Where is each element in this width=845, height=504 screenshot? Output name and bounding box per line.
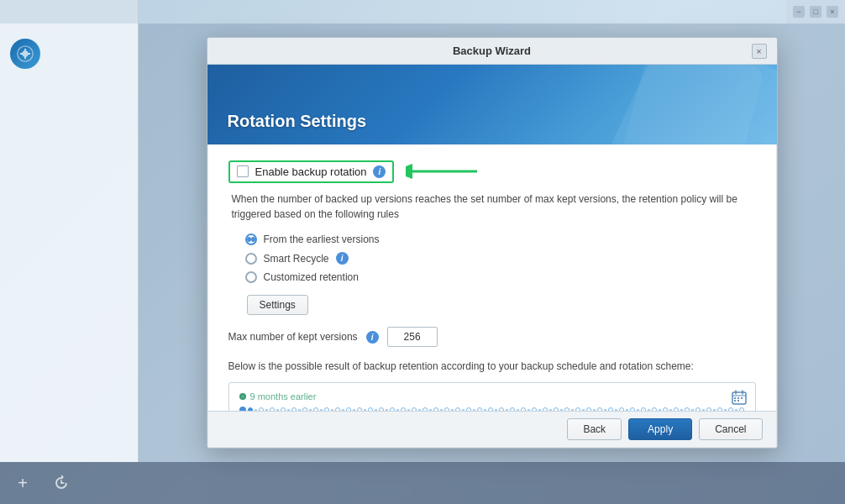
maximize-btn[interactable]: □ bbox=[810, 6, 821, 18]
max-versions-label: Max number of kept versions bbox=[228, 331, 358, 343]
left-panel-header bbox=[0, 0, 138, 24]
ts45 bbox=[728, 407, 733, 411]
ts15 bbox=[401, 407, 406, 411]
tl7 bbox=[320, 409, 323, 411]
ts36 bbox=[630, 407, 635, 411]
checkbox-highlighted-container: Enable backup rotation i bbox=[228, 160, 395, 183]
radio-earliest[interactable] bbox=[245, 234, 257, 245]
tl12 bbox=[375, 409, 377, 411]
enable-rotation-info-icon[interactable]: i bbox=[373, 165, 386, 178]
enable-rotation-label: Enable backup rotation bbox=[255, 165, 367, 178]
radio-row-earliest: From the earliest versions bbox=[245, 234, 756, 245]
enable-rotation-checkbox[interactable] bbox=[237, 165, 249, 177]
tl14 bbox=[396, 409, 399, 411]
tl42 bbox=[702, 409, 705, 411]
ts21 bbox=[466, 407, 471, 411]
ts32 bbox=[586, 407, 591, 411]
smart-recycle-info-icon[interactable]: i bbox=[336, 252, 349, 265]
tl10 bbox=[353, 409, 355, 411]
ts23 bbox=[488, 407, 493, 411]
ts24 bbox=[499, 407, 504, 411]
ts20 bbox=[455, 407, 460, 411]
tl28 bbox=[549, 409, 552, 411]
radio-smart[interactable] bbox=[245, 253, 257, 265]
top-window-controls: − □ × bbox=[786, 0, 845, 24]
ts18 bbox=[433, 407, 438, 411]
rotation-description: When the number of backed up versions re… bbox=[232, 192, 756, 222]
tl34 bbox=[615, 409, 617, 411]
tl43 bbox=[713, 409, 716, 411]
ts16 bbox=[412, 407, 417, 411]
dialog-overlay: Backup Wizard × Rotation Settings Enable… bbox=[139, 24, 845, 462]
ts3 bbox=[270, 407, 275, 411]
ts7 bbox=[313, 407, 318, 411]
dialog-banner: Rotation Settings bbox=[207, 65, 777, 144]
taskbar-add-button[interactable]: + bbox=[10, 470, 35, 496]
minimize-btn[interactable]: − bbox=[793, 6, 805, 18]
taskbar-history-button[interactable] bbox=[49, 470, 74, 496]
timeline-track-start bbox=[239, 407, 246, 411]
timeline-track bbox=[239, 407, 745, 411]
tl32 bbox=[593, 409, 596, 411]
tl41 bbox=[691, 409, 694, 411]
retention-radio-group: From the earliest versions Smart Recycle… bbox=[245, 234, 756, 283]
max-versions-info-icon[interactable]: i bbox=[366, 331, 379, 344]
ts9 bbox=[335, 407, 340, 411]
tl45 bbox=[735, 409, 737, 411]
ts19 bbox=[444, 407, 449, 411]
tl3 bbox=[276, 409, 279, 411]
ts25 bbox=[510, 407, 515, 411]
ts8 bbox=[324, 407, 329, 411]
cancel-button[interactable]: Cancel bbox=[699, 418, 762, 440]
back-button[interactable]: Back bbox=[567, 418, 622, 440]
ts38 bbox=[652, 407, 657, 411]
ts43 bbox=[706, 407, 711, 411]
tl30 bbox=[571, 409, 574, 411]
dialog-titlebar: Backup Wizard × bbox=[207, 38, 777, 65]
apply-button[interactable]: Apply bbox=[628, 418, 692, 440]
svg-rect-7 bbox=[734, 397, 736, 399]
timeline-start-marker bbox=[239, 393, 246, 400]
radio-smart-label: Smart Recycle bbox=[264, 253, 329, 265]
tl36 bbox=[637, 409, 639, 411]
tl37 bbox=[648, 409, 650, 411]
ts22 bbox=[477, 407, 482, 411]
enable-rotation-row: Enable backup rotation i bbox=[228, 160, 756, 183]
ts13 bbox=[379, 407, 384, 411]
backup-wizard-dialog: Backup Wizard × Rotation Settings Enable… bbox=[207, 37, 778, 449]
ts11 bbox=[357, 407, 362, 411]
radio-row-customized: Customized retention bbox=[245, 271, 756, 283]
ts28 bbox=[543, 407, 548, 411]
taskbar: + bbox=[0, 462, 845, 504]
calendar-icon[interactable] bbox=[732, 390, 748, 407]
tl19 bbox=[451, 409, 454, 411]
tl25 bbox=[517, 409, 519, 411]
ts17 bbox=[422, 407, 428, 411]
tl1 bbox=[255, 409, 257, 411]
svg-rect-11 bbox=[737, 400, 739, 402]
svg-rect-10 bbox=[734, 400, 736, 402]
ts2 bbox=[259, 407, 264, 411]
timeline-area: 9 months earlier bbox=[228, 382, 756, 411]
dialog-title: Backup Wizard bbox=[233, 45, 752, 57]
max-versions-row: Max number of kept versions i bbox=[228, 327, 756, 347]
tl16 bbox=[418, 409, 421, 411]
max-versions-input[interactable] bbox=[387, 327, 438, 347]
svg-rect-9 bbox=[741, 397, 743, 399]
settings-button[interactable]: Settings bbox=[247, 295, 308, 315]
tl4 bbox=[287, 409, 290, 411]
tl21 bbox=[473, 409, 475, 411]
close-btn[interactable]: × bbox=[827, 6, 838, 18]
timeline-label: 9 months earlier bbox=[239, 391, 745, 402]
ts34 bbox=[608, 407, 613, 411]
tl38 bbox=[659, 409, 661, 411]
tl40 bbox=[680, 409, 683, 411]
dialog-close-button[interactable]: × bbox=[752, 44, 767, 59]
radio-customized[interactable] bbox=[245, 271, 257, 283]
green-arrow-svg bbox=[406, 160, 481, 183]
ts14 bbox=[390, 407, 395, 411]
ts42 bbox=[695, 407, 701, 411]
tl23 bbox=[495, 409, 497, 411]
radio-customized-label: Customized retention bbox=[264, 271, 359, 283]
ts27 bbox=[532, 407, 537, 411]
